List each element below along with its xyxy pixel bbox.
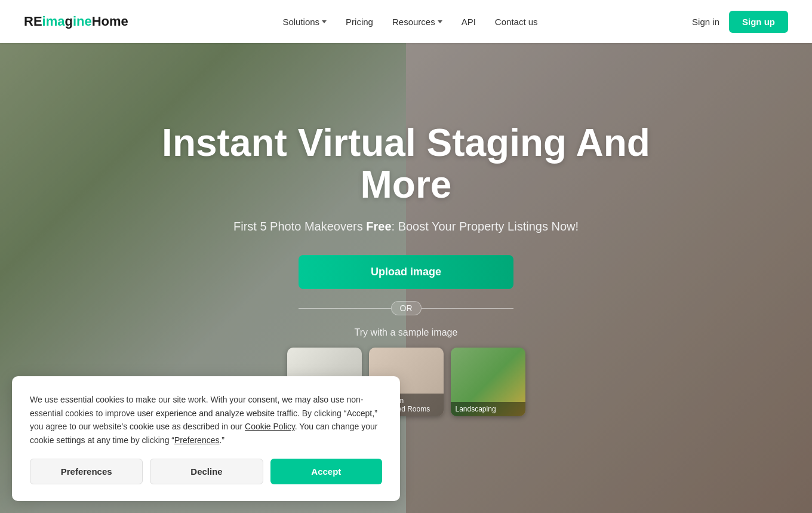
nav-contact[interactable]: Contact us <box>495 17 538 27</box>
chevron-down-icon <box>322 20 327 23</box>
or-divider: OR <box>299 301 513 315</box>
chevron-down-icon <box>438 20 442 23</box>
sample-image-3[interactable]: Landscaping <box>451 348 525 416</box>
preferences-button[interactable]: Preferences <box>30 459 143 484</box>
sign-up-button[interactable]: Sign up <box>729 11 788 33</box>
cookie-preferences-inline-link[interactable]: Preferences <box>174 435 219 445</box>
upload-image-button[interactable]: Upload image <box>299 255 513 289</box>
or-line-right <box>422 308 514 309</box>
nav-resources[interactable]: Resources <box>392 17 442 27</box>
navbar: REimagineHome Solutions Pricing Resource… <box>0 0 812 43</box>
sign-in-button[interactable]: Sign in <box>692 17 719 27</box>
logo-text: REimagineHome <box>24 14 128 29</box>
cookie-policy-link[interactable]: Cookie Policy <box>245 422 295 431</box>
cookie-banner: We use essential cookies to make our sit… <box>12 376 400 501</box>
sample-label: Try with a sample image <box>355 327 458 338</box>
hero-title: Instant Virtual Staging And More <box>137 122 675 206</box>
subtitle-suffix: : Boost Your Property Listings Now! <box>392 220 579 233</box>
nav-pricing[interactable]: Pricing <box>346 17 373 27</box>
nav-links: Solutions Pricing Resources API Contact … <box>282 17 537 27</box>
or-text: OR <box>391 301 422 315</box>
accept-button[interactable]: Accept <box>270 459 382 484</box>
nav-auth: Sign in Sign up <box>692 11 788 33</box>
nav-api[interactable]: API <box>462 17 476 27</box>
nav-solutions[interactable]: Solutions <box>282 17 327 27</box>
hero-content: Instant Virtual Staging And More First 5… <box>0 122 812 417</box>
hero-subtitle: First 5 Photo Makeovers Free: Boost Your… <box>233 220 579 234</box>
sample-card-label-3: Landscaping <box>451 402 525 416</box>
subtitle-prefix: First 5 Photo Makeovers <box>233 220 366 233</box>
decline-button[interactable]: Decline <box>150 459 263 484</box>
subtitle-free: Free <box>366 220 391 233</box>
or-line-left <box>299 308 391 309</box>
logo[interactable]: REimagineHome <box>24 14 128 29</box>
cookie-text: We use essential cookies to make our sit… <box>30 393 382 447</box>
cookie-buttons: Preferences Decline Accept <box>30 459 382 484</box>
